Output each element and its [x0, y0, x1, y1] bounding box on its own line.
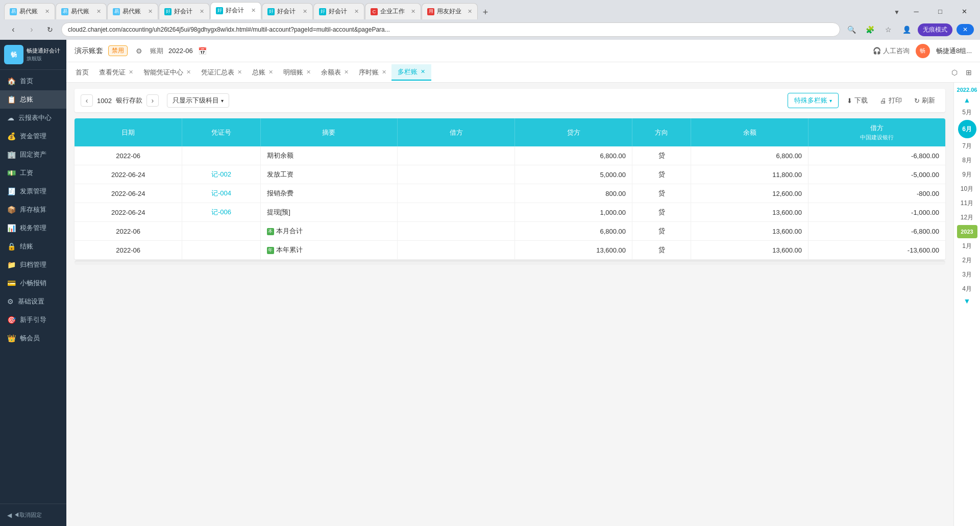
- tab-close-9[interactable]: ✕: [468, 8, 472, 15]
- cal-month-5[interactable]: 5月: [957, 106, 977, 119]
- cal-month-8[interactable]: 8月: [957, 154, 977, 167]
- sidebar-item-xiaochang[interactable]: 💳 小畅报销: [0, 274, 66, 292]
- tab-voucher-summary[interactable]: 凭证汇总表 ✕: [196, 65, 247, 80]
- new-tab-btn[interactable]: +: [478, 5, 493, 19]
- maximize-btn[interactable]: □: [928, 3, 952, 19]
- refresh-btn[interactable]: ↻ 刷新: [910, 93, 939, 108]
- tab-close-sequence-ledger[interactable]: ✕: [382, 69, 386, 76]
- tab-close-voucher-summary[interactable]: ✕: [237, 69, 242, 76]
- cal-month-6-active[interactable]: 6月: [958, 120, 976, 138]
- tab-multi-column[interactable]: 多栏账 ✕: [391, 64, 431, 81]
- sidebar-item-tax[interactable]: 📊 税务管理: [0, 219, 66, 237]
- sidebar-item-home[interactable]: 🏠 首页: [0, 72, 66, 90]
- sidebar-item-archive[interactable]: 📁 归档管理: [0, 256, 66, 274]
- tab-home[interactable]: 首页: [70, 65, 94, 80]
- tab-close-smart-voucher[interactable]: ✕: [186, 69, 191, 76]
- prev-account-btn[interactable]: ‹: [81, 94, 93, 107]
- tab-sequence-ledger[interactable]: 序时账 ✕: [354, 65, 391, 80]
- update-btn[interactable]: ✕: [957, 24, 974, 35]
- tab-close-1[interactable]: ✕: [45, 8, 50, 15]
- tab-close-detail-ledger[interactable]: ✕: [306, 69, 311, 76]
- sidebar-item-close[interactable]: 🔒 结账: [0, 237, 66, 256]
- tab-detail-ledger[interactable]: 明细账 ✕: [278, 65, 316, 80]
- cal-month-1-2023[interactable]: 1月: [957, 239, 977, 253]
- cell-voucher-3[interactable]: 记-004: [182, 184, 260, 203]
- sidebar-item-guide[interactable]: 🎯 新手引导: [0, 311, 66, 329]
- horizontal-scrollbar[interactable]: [75, 261, 945, 265]
- tab-5-active[interactable]: 好 好会计 ✕: [210, 2, 261, 19]
- tab-close-7[interactable]: ✕: [354, 8, 359, 15]
- collapse-tabs-btn[interactable]: ⬡: [947, 65, 962, 80]
- tab-9[interactable]: 用 用友好业 ✕: [422, 3, 478, 19]
- cal-month-9[interactable]: 9月: [957, 168, 977, 181]
- cal-month-7[interactable]: 7月: [957, 139, 977, 153]
- sidebar-item-cloud-report[interactable]: ☁ 云报表中心: [0, 109, 66, 127]
- tab-8[interactable]: C 企业工作 ✕: [365, 3, 421, 19]
- tab-smart-voucher[interactable]: 智能凭证中心 ✕: [138, 65, 196, 80]
- sidebar-item-fund[interactable]: 💰 资金管理: [0, 127, 66, 145]
- expand-tabs-btn[interactable]: ⊞: [962, 65, 976, 80]
- special-multi-btn[interactable]: 特殊多栏账 ▾: [788, 93, 839, 108]
- tab-view-voucher[interactable]: 查看凭证 ✕: [94, 65, 138, 80]
- next-account-btn[interactable]: ›: [146, 94, 159, 107]
- sidebar-item-settings[interactable]: ⚙ 基础设置: [0, 292, 66, 311]
- cell-extra-3: -800.00: [808, 184, 945, 203]
- tab-list-btn[interactable]: ▼: [890, 5, 904, 19]
- sidebar-item-invoice[interactable]: 🧾 发票管理: [0, 182, 66, 201]
- sidebar-item-inventory[interactable]: 📦 库存核算: [0, 201, 66, 219]
- tab-close-multi-column[interactable]: ✕: [421, 68, 425, 75]
- cell-voucher-4[interactable]: 记-006: [182, 203, 260, 222]
- extension-icon[interactable]: 🧩: [863, 22, 877, 37]
- reload-btn[interactable]: ↻: [43, 22, 57, 37]
- tab-close-6[interactable]: ✕: [303, 8, 307, 15]
- account-settings-btn[interactable]: ⚙: [133, 45, 145, 57]
- calendar-icon[interactable]: 📅: [198, 47, 207, 55]
- print-btn[interactable]: 🖨 打印: [876, 93, 906, 108]
- cal-year-2023-badge[interactable]: 2023: [957, 225, 977, 238]
- tab-close-2[interactable]: ✕: [96, 8, 101, 15]
- bookmark-icon[interactable]: ☆: [881, 22, 895, 37]
- sidebar-item-salary[interactable]: 💵 工资: [0, 164, 66, 182]
- download-btn[interactable]: ⬇ 下载: [843, 93, 872, 108]
- tab-3[interactable]: 易 易代账 ✕: [107, 3, 158, 19]
- sidebar-item-member[interactable]: 👑 畅会员: [0, 329, 66, 347]
- cal-month-3-2023[interactable]: 3月: [957, 268, 977, 281]
- tab-close-5[interactable]: ✕: [251, 7, 256, 14]
- tab-general-ledger[interactable]: 总账 ✕: [247, 65, 278, 80]
- tab-1[interactable]: 易 易代账 ✕: [4, 3, 55, 19]
- tab-2[interactable]: 易 易代账 ✕: [56, 3, 107, 19]
- tab-close-3[interactable]: ✕: [148, 8, 153, 15]
- tab-4[interactable]: 好 好会计 ✕: [159, 3, 210, 19]
- consultant-btn[interactable]: 🎧 人工咨询: [873, 46, 910, 56]
- minimize-btn[interactable]: ─: [904, 3, 928, 19]
- back-btn[interactable]: ‹: [6, 22, 20, 37]
- tab-close-general-ledger[interactable]: ✕: [268, 69, 273, 76]
- th-balance: 余额: [691, 118, 808, 146]
- tab-close-8[interactable]: ✕: [411, 8, 415, 15]
- close-window-btn[interactable]: ✕: [952, 3, 976, 19]
- cell-voucher-2[interactable]: 记-002: [182, 165, 260, 184]
- forward-btn[interactable]: ›: [24, 22, 39, 37]
- cal-month-10[interactable]: 10月: [957, 182, 977, 195]
- sidebar-item-fixed-asset[interactable]: 🏢 固定资产: [0, 145, 66, 164]
- search-icon[interactable]: 🔍: [844, 22, 859, 37]
- tab-close-view-voucher[interactable]: ✕: [129, 69, 133, 76]
- pin-toggle-btn[interactable]: ◀ ◀取消固定: [0, 507, 66, 523]
- filter-dropdown[interactable]: 只显示下级科目 ▾: [167, 93, 229, 108]
- cal-month-11[interactable]: 11月: [957, 196, 977, 210]
- cal-month-2-2023[interactable]: 2月: [957, 254, 977, 267]
- cal-scroll-down-btn[interactable]: ▼: [960, 296, 974, 306]
- sidebar-item-ledger[interactable]: 📋 总账: [0, 90, 66, 109]
- tab-close-4[interactable]: ✕: [200, 8, 204, 15]
- cal-month-12[interactable]: 12月: [957, 211, 977, 224]
- profile-icon[interactable]: 👤: [899, 22, 914, 37]
- tab-close-balance-table[interactable]: ✕: [344, 69, 349, 76]
- tab-6[interactable]: 好 好会计 ✕: [262, 3, 313, 19]
- cal-scroll-up-btn[interactable]: ▲: [960, 95, 974, 105]
- no-trace-btn[interactable]: 无痕模式: [918, 23, 952, 36]
- tab-balance-table[interactable]: 余额表 ✕: [316, 65, 354, 80]
- address-input[interactable]: cloud2.chanjet.com/accounting/uh26t264j5…: [61, 22, 840, 37]
- cal-month-4-2023[interactable]: 4月: [957, 282, 977, 295]
- tab-7[interactable]: 好 好会计 ✕: [313, 3, 364, 19]
- cell-date-5: 2022-06: [75, 222, 182, 241]
